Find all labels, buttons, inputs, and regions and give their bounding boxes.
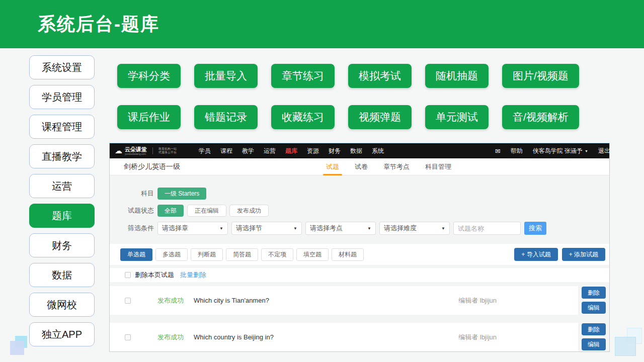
editor-label: 编辑者 lbjijun [458, 296, 497, 305]
qtype-true-false[interactable]: 判断题 [191, 248, 223, 261]
account-name: 侠客岛学院 张涵予 [533, 147, 583, 155]
dropdown-arrow-icon: ▼ [441, 226, 445, 231]
sidebar-item-finance[interactable]: 财务 [29, 233, 95, 257]
filter-row-status: 试题状态 全部 正在编辑 发布成功 [110, 205, 609, 217]
course-title: 剑桥少儿英语一级 [124, 162, 180, 171]
dropdown-arrow-icon: ▼ [219, 226, 223, 231]
logo-domain: yunduoketang.com [125, 153, 147, 155]
qtype-multi-choice[interactable]: 多选题 [155, 248, 188, 261]
sidebar-item-micro-school[interactable]: 微网校 [29, 293, 95, 317]
sidebar-item-course-management[interactable]: 课程管理 [29, 115, 95, 139]
sidebar-item-data[interactable]: 数据 [29, 263, 95, 287]
status-badge: 发布成功 [157, 296, 184, 305]
sidebar-item-question-bank[interactable]: 题库 [29, 204, 95, 228]
sidebar-item-standalone-app[interactable]: 独立APP [29, 322, 95, 346]
subheader-tabs: 试题 试卷 章节考点 科目管理 [326, 158, 451, 175]
qtype-fill-blank[interactable]: 填空题 [296, 248, 329, 261]
logo-tagline-2: 式服务云平台 [158, 151, 177, 154]
decor-square [10, 341, 24, 355]
logo: ☁ 云朵课堂 yunduoketang.com 教育机构一站 式服务云平台 [115, 146, 177, 155]
row-checkbox[interactable] [125, 334, 131, 340]
edit-button[interactable]: 编辑 [582, 338, 606, 350]
status-editing-button[interactable]: 正在编辑 [187, 205, 226, 217]
page-title: 系统后台-题库 [38, 12, 159, 37]
question-row: 发布成功 Which country is Beijing in? 编辑者 lb… [110, 323, 609, 351]
logo-tagline-1: 教育机构一站 [158, 147, 177, 151]
feature-favorite-practice[interactable]: 收藏练习 [271, 105, 335, 129]
feature-batch-import[interactable]: 批量导入 [194, 64, 258, 88]
edit-button[interactable]: 编辑 [582, 302, 606, 314]
qtype-indefinite[interactable]: 不定项 [261, 248, 293, 261]
dropdown-arrow-icon: ▼ [293, 226, 297, 231]
batch-delete-link[interactable]: 批量删除 [180, 270, 206, 280]
add-question-button[interactable]: + 添加试题 [562, 248, 605, 261]
decor-square [615, 337, 636, 356]
menu-system[interactable]: 系统 [372, 147, 384, 155]
sidebar-item-live-teaching[interactable]: 直播教学 [29, 144, 95, 168]
menu-data[interactable]: 数据 [350, 147, 362, 155]
tab-subject-management[interactable]: 科目管理 [425, 158, 451, 175]
feature-image-video-question[interactable]: 图片/视频题 [502, 64, 579, 88]
logout-link[interactable]: 退出 [598, 147, 610, 155]
feature-row-1: 学科分类 批量导入 章节练习 模拟考试 随机抽题 图片/视频题 [117, 64, 590, 88]
menu-student[interactable]: 学员 [199, 147, 211, 155]
feature-buttons: 学科分类 批量导入 章节练习 模拟考试 随机抽题 图片/视频题 课后作业 错题记… [117, 64, 590, 146]
chevron-down-icon: ▼ [585, 149, 588, 153]
mail-icon[interactable]: ✉ [495, 147, 501, 155]
admin-nav: 学员 课程 教学 运营 题库 资源 财务 数据 系统 [199, 147, 384, 155]
menu-resources[interactable]: 资源 [307, 147, 319, 155]
select-all-checkbox[interactable] [125, 272, 131, 278]
batch-actions-row: 删除本页试题 批量删除 [110, 268, 609, 282]
cloud-logo-icon: ☁ [115, 146, 122, 155]
sidebar-item-operations[interactable]: 运营 [29, 174, 95, 198]
status-label: 试题状态 [110, 206, 154, 215]
feature-wrong-question-record[interactable]: 错题记录 [194, 105, 258, 129]
menu-operations[interactable]: 运营 [264, 147, 276, 155]
feature-mock-exam[interactable]: 模拟考试 [348, 64, 412, 88]
feature-chapter-practice[interactable]: 章节练习 [271, 64, 335, 88]
menu-course[interactable]: 课程 [220, 147, 232, 155]
menu-finance[interactable]: 财务 [329, 147, 341, 155]
menu-question-bank[interactable]: 题库 [285, 147, 297, 155]
feature-audio-video-analysis[interactable]: 音/视频解析 [502, 105, 579, 129]
point-select[interactable]: 请选择考点 ▼ [305, 222, 376, 235]
sidebar-item-system-settings[interactable]: 系统设置 [29, 55, 95, 79]
tab-questions[interactable]: 试题 [326, 158, 339, 175]
section-select[interactable]: 请选择节 ▼ [231, 222, 302, 235]
feature-subject-category[interactable]: 学科分类 [117, 64, 181, 88]
question-text: Which country is Beijing in? [194, 333, 274, 341]
filter-row-subject: 科目 一级 Starters [110, 188, 609, 200]
condition-label: 筛选条件 [110, 224, 154, 233]
chapter-select[interactable]: 请选择章 ▼ [157, 222, 228, 235]
question-type-bar: 单选题 多选题 判断题 简答题 不定项 填空题 材料题 + 导入试题 + 添加试… [110, 244, 609, 265]
qtype-material[interactable]: 材料题 [332, 248, 364, 261]
delete-button[interactable]: 删除 [582, 323, 606, 335]
question-row: 发布成功 Which city is Tian'anmen? 编辑者 lbjij… [110, 286, 609, 315]
delete-page-label: 删除本页试题 [135, 270, 174, 280]
admin-subheader: 剑桥少儿英语一级 试题 试卷 章节考点 科目管理 [110, 158, 609, 175]
feature-homework[interactable]: 课后作业 [117, 105, 181, 129]
sidebar-item-student-management[interactable]: 学员管理 [29, 85, 95, 109]
qtype-single-choice[interactable]: 单选题 [120, 248, 152, 261]
subject-value-chip[interactable]: 一级 Starters [157, 188, 206, 200]
status-published-button[interactable]: 发布成功 [229, 205, 269, 217]
feature-unit-test[interactable]: 单元测试 [425, 105, 489, 129]
status-all-button[interactable]: 全部 [157, 205, 184, 217]
menu-teaching[interactable]: 教学 [242, 147, 254, 155]
delete-button[interactable]: 删除 [582, 287, 606, 299]
tab-chapter-points[interactable]: 章节考点 [383, 158, 410, 175]
row-checkbox[interactable] [125, 298, 131, 304]
qtype-short-answer[interactable]: 简答题 [226, 248, 258, 261]
question-name-input[interactable] [453, 222, 521, 235]
help-link[interactable]: 帮助 [511, 147, 523, 155]
import-questions-button[interactable]: + 导入试题 [514, 248, 557, 261]
feature-random-draw[interactable]: 随机抽题 [425, 64, 489, 88]
tab-papers[interactable]: 试卷 [355, 158, 368, 175]
difficulty-select[interactable]: 请选择难度 ▼ [379, 222, 450, 235]
feature-video-popup-question[interactable]: 视频弹题 [348, 105, 412, 129]
account-menu[interactable]: 侠客岛学院 张涵予 ▼ [533, 147, 588, 155]
logo-name: 云朵课堂 [125, 147, 147, 152]
feature-row-2: 课后作业 错题记录 收藏练习 视频弹题 单元测试 音/视频解析 [117, 105, 590, 129]
search-button[interactable]: 搜索 [524, 222, 546, 235]
sidebar: 系统设置 学员管理 课程管理 直播教学 运营 题库 财务 数据 微网校 独立AP… [29, 55, 95, 346]
